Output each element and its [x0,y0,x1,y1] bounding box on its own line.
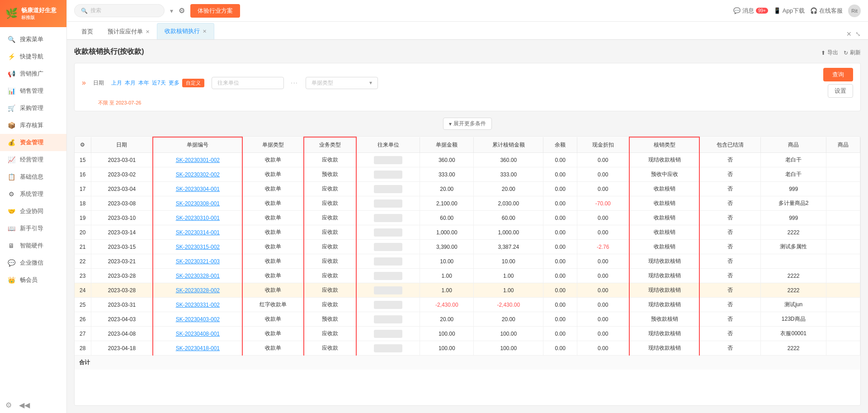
col-included[interactable]: 包含已结清 [699,137,760,153]
bill-no-link[interactable]: SK-20230302-002 [176,171,220,178]
sidebar-item-12[interactable]: 🖥智能硬件 [0,237,66,254]
cell-balance: 0.00 [543,196,577,211]
tab-home[interactable]: 首页 [74,24,100,39]
export-btn[interactable]: ⬆ 导出 [821,49,838,57]
cell-balance: 0.00 [543,182,577,196]
settings-icon[interactable]: ⚙ [5,401,12,409]
search-box[interactable]: 🔍 搜索 [74,4,165,17]
messages-btn[interactable]: 💬 消息 99+ [733,7,768,15]
footer-discount [577,356,629,370]
bill-no-link[interactable]: SK-20230310-001 [176,215,220,221]
cell-bill-type: 收款单 [242,167,304,182]
bill-no-link[interactable]: SK-20230328-002 [176,287,220,294]
cell-goods: 2222 [761,225,826,240]
col-balance[interactable]: 余额 [543,137,577,153]
sidebar-icon-5: 📦 [7,121,15,129]
setting-btn[interactable]: 设置 [828,84,853,98]
user-avatar[interactable]: Rit [848,5,861,17]
sidebar-item-7[interactable]: 📈经营管理 [0,151,66,168]
cell-bill-type: 收款单 [242,182,304,196]
col-amount[interactable]: 单据金额 [420,137,474,153]
bill-no-link[interactable]: SK-20230308-001 [176,200,220,207]
sidebar-item-11[interactable]: 📖新手引导 [0,220,66,237]
bill-no-link[interactable]: SK-20230328-001 [176,273,220,279]
col-settings[interactable]: ⚙ [75,137,91,153]
col-unit[interactable]: 往来单位 [356,137,420,153]
cell-goods: 2222 [761,341,826,356]
col-goods2[interactable]: 商品 [826,137,860,153]
bill-no-link[interactable]: SK-20230314-001 [176,229,220,236]
tab-receipt[interactable]: 收款核销执行 ✕ [157,23,214,39]
table-row: 19 2023-03-10 SK-20230310-001 收款单 应收款 60… [75,211,860,225]
cell-discount: 0.00 [577,298,629,312]
col-date[interactable]: 日期 [91,137,153,153]
cell-date: 2023-03-14 [91,225,153,240]
sidebar-item-13[interactable]: 💬企业微信 [0,254,66,271]
date-opt-7days[interactable]: 近7天 [152,79,166,87]
col-discount[interactable]: 现金折扣 [577,137,629,153]
close-window-icon[interactable]: ✕ [846,30,852,38]
sidebar-item-0[interactable]: 🔍搜索菜单 [0,31,66,48]
date-custom-btn[interactable]: 自定义 [182,79,204,87]
cell-biz-type: 应收款 [304,225,356,240]
unit-filter[interactable]: 往来单位 [212,77,284,89]
query-btn[interactable]: 查询 [823,68,853,81]
tab-close-receipt[interactable]: ✕ [203,28,207,34]
cell-goods2 [826,211,860,225]
sidebar-item-4[interactable]: 🛒采购管理 [0,100,66,117]
tab-close-prepay[interactable]: ✕ [146,29,150,35]
app-download-btn[interactable]: 📱 App下载 [774,7,805,15]
filter-dots[interactable]: ··· [291,80,298,86]
col-cancel-type[interactable]: 核销类型 [629,137,700,153]
bill-no-link[interactable]: SK-20230403-002 [176,316,220,323]
bill-no-link[interactable]: SK-20230315-002 [176,244,220,250]
refresh-btn[interactable]: ↻ 刷新 [844,49,861,57]
table-row: 23 2023-03-28 SK-20230328-001 收款单 应收款 1.… [75,269,860,283]
col-biz-type[interactable]: 业务类型 [304,137,356,153]
date-opt-more[interactable]: 更多 [169,79,179,87]
sidebar-item-8[interactable]: 📋基础信息 [0,168,66,185]
bill-no-link[interactable]: SK-20230331-002 [176,302,220,308]
sidebar-item-5[interactable]: 📦库存核算 [0,117,66,134]
cell-bill-type: 收款单 [242,341,304,356]
col-goods[interactable]: 商品 [761,137,826,153]
cell-date: 2023-03-15 [91,240,153,254]
col-bill-no[interactable]: 单据编号 [153,137,242,153]
cell-discount: 0.00 [577,225,629,240]
sidebar-item-14[interactable]: 👑畅会员 [0,271,66,289]
date-opt-this-year[interactable]: 本年 [138,79,149,87]
col-bill-type[interactable]: 单据类型 [242,137,304,153]
sidebar-item-3[interactable]: 📊销售管理 [0,82,66,100]
bill-no-link[interactable]: SK-20230418-001 [176,345,220,351]
col-acc-amount[interactable]: 累计核销金额 [474,137,543,153]
online-service-btn[interactable]: 🎧 在线客服 [810,7,843,15]
type-filter[interactable]: 单据类型 ▾ [306,77,378,89]
sidebar-item-1[interactable]: ⚡快捷导航 [0,48,66,65]
collapse-icon[interactable]: ◀◀ [19,401,30,409]
sidebar-label-3: 销售管理 [20,87,43,95]
date-opt-last-month[interactable]: 上月 [111,79,122,87]
bill-no-link[interactable]: SK-20230301-002 [176,157,220,163]
industry-btn[interactable]: 体验行业方案 [190,4,240,18]
cell-cancel-type: 收款核销 [629,225,700,240]
sidebar-item-2[interactable]: 📢营销推广 [0,65,66,82]
cell-date: 2023-03-28 [91,269,153,283]
cell-id: 19 [75,211,91,225]
bill-no-link[interactable]: SK-20230321-003 [176,258,220,265]
expand-more-btn[interactable]: ▾ 展开更多条件 [443,118,492,130]
sidebar-icon-4: 🛒 [7,104,15,112]
sidebar-item-10[interactable]: 🤝企业协同 [0,203,66,220]
settings-icon[interactable]: ⚙ [179,6,185,15]
sidebar-item-9[interactable]: ⚙系统管理 [0,185,66,203]
cell-goods: 2222 [761,269,826,283]
maximize-icon[interactable]: ⤡ [855,30,861,38]
bill-no-link[interactable]: SK-20230408-001 [176,331,220,337]
bill-no-link[interactable]: SK-20230304-001 [176,186,220,192]
date-opt-this-month[interactable]: 本月 [125,79,136,87]
tab-prepay[interactable]: 预计应应付单 ✕ [100,24,157,39]
sidebar-item-6[interactable]: 💰资金管理 [0,134,66,151]
cell-amount: 1.00 [420,283,474,298]
collapse-filter-btn[interactable]: » [82,79,86,87]
cell-discount: 0.00 [577,269,629,283]
dropdown-arrow[interactable]: ▾ [170,7,173,14]
